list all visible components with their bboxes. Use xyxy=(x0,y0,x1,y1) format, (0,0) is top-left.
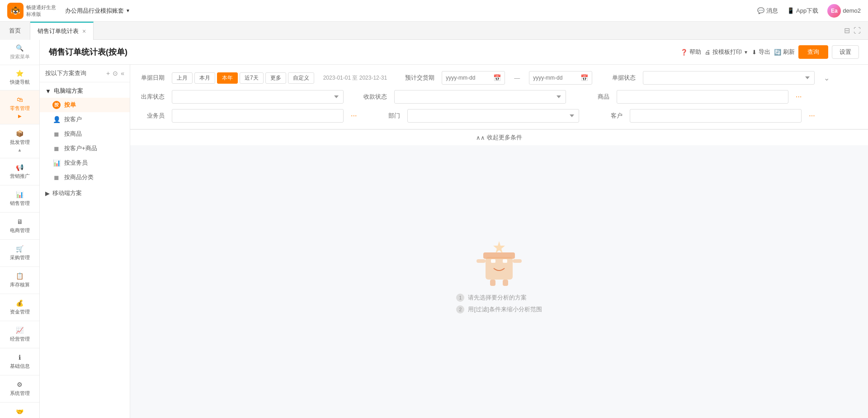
scheme-edit-btn[interactable]: ⊙ xyxy=(113,70,118,77)
sidebar-item-shortcuts[interactable]: ⭐ 快捷导航 xyxy=(0,65,39,90)
sidebar-item-marketing[interactable]: 📢 营销推广 xyxy=(0,158,39,185)
tab-sales-order[interactable]: 销售订单统计表 × xyxy=(30,22,94,40)
page-title: 销售订单统计表(按单) xyxy=(49,47,127,63)
collapse-row: ∧∧ 收起更多条件 xyxy=(130,129,868,145)
date-btn-this-month[interactable]: 本月 xyxy=(194,72,215,84)
scheme-item-by-customer[interactable]: 👤 按客户 xyxy=(40,112,130,127)
date-btn-this-year[interactable]: 本年 xyxy=(217,72,238,84)
scheme-collapse-btn[interactable]: « xyxy=(121,70,124,77)
date-separator: — xyxy=(514,75,520,81)
sidebar-operation-label: 经营管理 xyxy=(10,336,30,342)
sidebar-item-finance[interactable]: 💰 资金管理 xyxy=(0,294,39,321)
pay-state-select[interactable] xyxy=(394,90,566,104)
filter-row-1: 单据日期 上月 本月 本年 近7天 更多 自定义 2023-01-01 至 20… xyxy=(139,71,859,85)
salesperson-more-btn[interactable]: ··· xyxy=(351,112,357,120)
user-profile-btn[interactable]: Ea demo2 xyxy=(827,4,861,18)
query-button[interactable]: 查询 xyxy=(798,45,828,59)
svg-rect-5 xyxy=(513,259,522,263)
sidebar-item-ecommerce[interactable]: 🖥 电商管理 xyxy=(0,213,39,240)
customer-input[interactable] xyxy=(630,109,802,123)
product-more-btn[interactable]: ··· xyxy=(796,93,802,101)
sidebar-ecommerce-label: 电商管理 xyxy=(10,227,30,234)
sidebar-item-basic[interactable]: ℹ 基础信息 xyxy=(0,348,39,375)
sidebar-item-sales[interactable]: 📊 销售管理 xyxy=(0,185,39,213)
sidebar-item-system[interactable]: ⚙ 系统管理 xyxy=(0,375,39,403)
active-tab-label: 销售订单统计表 xyxy=(38,27,79,35)
tab-close-icon[interactable]: × xyxy=(82,28,86,34)
date-btn-7days[interactable]: 近7天 xyxy=(240,72,264,84)
settings-button[interactable]: 设置 xyxy=(832,45,859,59)
product-input[interactable] xyxy=(617,90,788,104)
expected-date-start-wrap: 📅 xyxy=(442,71,505,85)
tab-maximize-icon[interactable]: ⛶ xyxy=(854,27,861,35)
sidebar-item-inventory[interactable]: 📋 库存核算 xyxy=(0,267,39,294)
dept-select[interactable] xyxy=(407,109,579,123)
ship-state-select[interactable] xyxy=(172,90,344,104)
template-print-label: 按模板打印 xyxy=(712,48,742,56)
bill-date-label: 单据日期 xyxy=(139,74,165,82)
customer-more-btn[interactable]: ··· xyxy=(809,112,815,120)
template-print-btn[interactable]: 🖨 按模板打印 ▼ xyxy=(705,48,748,56)
tab-minimize-icon[interactable]: ⊟ xyxy=(844,26,850,35)
page-dropdown[interactable]: 办公用品行业模拟账套 ▼ xyxy=(65,7,130,15)
topbar: 🐯 畅捷通好生意 标准版 办公用品行业模拟账套 ▼ 💬 消息 📱 App下载 E… xyxy=(0,0,868,22)
sidebar-item-retail[interactable]: 🛍 零售管理 ▶ xyxy=(0,90,39,124)
app-download-btn[interactable]: 📱 App下载 xyxy=(787,7,818,15)
help-btn[interactable]: ❓ 帮助 xyxy=(680,48,701,56)
collapse-btn[interactable]: ∧∧ 收起更多条件 xyxy=(476,133,522,142)
sidebar-item-enterprise[interactable]: 🤝 企业协同 xyxy=(0,403,39,418)
scheme-customer-icon: 👤 xyxy=(52,115,61,124)
date-btn-more[interactable]: 更多 xyxy=(265,72,286,84)
print-icon: 🖨 xyxy=(705,49,711,56)
svg-rect-1 xyxy=(483,252,515,259)
tabbar-actions: ⊟ ⛶ xyxy=(844,26,868,35)
svg-rect-6 xyxy=(490,280,495,286)
refresh-btn[interactable]: 🔄 刷新 xyxy=(774,48,795,56)
dept-label: 部门 xyxy=(375,112,400,120)
svg-rect-7 xyxy=(503,280,508,286)
scheme-item-by-product[interactable]: ◼ 按商品 xyxy=(40,127,130,141)
page-header: 销售订单统计表(按单) ❓ 帮助 🖨 按模板打印 ▼ ⬇ 导出 🔄 刷新 xyxy=(40,40,868,65)
chevron-right-mobile-icon: ▶ xyxy=(45,190,50,197)
search-icon: 🔍 xyxy=(16,44,24,52)
chevron-right-icon: ▶ xyxy=(18,114,22,119)
scheme-add-btn[interactable]: + xyxy=(106,70,110,77)
chevron-right-icon2: ▲ xyxy=(18,147,22,152)
message-btn[interactable]: 💬 消息 xyxy=(757,7,778,15)
sidebar-shortcuts-label: 快捷导航 xyxy=(10,79,30,86)
tip-num-1: 1 xyxy=(456,294,464,302)
expected-date-start-input[interactable] xyxy=(446,75,491,81)
sidebar-basic-label: 基础信息 xyxy=(10,363,30,370)
export-btn[interactable]: ⬇ 导出 xyxy=(752,48,770,56)
date-btn-last-month[interactable]: 上月 xyxy=(172,72,193,84)
scheme-item-by-order[interactable]: 按 按单 xyxy=(40,98,130,112)
scheme-item-by-salesperson[interactable]: 📊 按业务员 xyxy=(40,156,130,170)
scheme-group-mobile-header[interactable]: ▶ 移动端方案 xyxy=(40,186,130,200)
retail-icon: 🛍 xyxy=(17,96,23,103)
tab-home[interactable]: 首页 xyxy=(0,22,30,40)
scheme-item-by-customer-product[interactable]: ◼ 按客户+商品 xyxy=(40,141,130,156)
sidebar-item-operation[interactable]: 📈 经营管理 xyxy=(0,321,39,348)
expected-date-end-input[interactable] xyxy=(533,75,579,81)
date-btn-custom[interactable]: 自定义 xyxy=(288,72,314,84)
bill-state-select[interactable] xyxy=(643,71,815,85)
sidebar-item-purchase[interactable]: 🛒 采购管理 xyxy=(0,240,39,267)
bill-state-expand-icon: ⌄ xyxy=(824,74,830,82)
salesperson-input[interactable] xyxy=(172,109,344,123)
sidebar-item-wholesale[interactable]: 📦 批发管理 ▲ xyxy=(0,124,39,158)
scheme-group-pc-header[interactable]: ▼ 电脑端方案 xyxy=(40,84,130,98)
filter-area: 单据日期 上月 本月 本年 近7天 更多 自定义 2023-01-01 至 20… xyxy=(130,65,868,129)
message-icon: 💬 xyxy=(757,7,764,14)
mobile-icon: 📱 xyxy=(787,7,794,14)
empty-state: 1 请先选择要分析的方案 2 用[过滤]条件来缩小分析范围 xyxy=(130,145,868,418)
scheme-item-by-category[interactable]: ◼ 按商品分类 xyxy=(40,170,130,185)
scheme-category-icon: ◼ xyxy=(52,173,61,181)
scheme-panel: 按以下方案查询 + ⊙ « ▼ 电脑端方案 按 按单 xyxy=(40,65,130,418)
chevron-down-pc-icon: ▼ xyxy=(45,88,51,95)
svg-rect-2 xyxy=(491,259,495,263)
calendar-icon-end: 📅 xyxy=(580,74,588,81)
sidebar-item-search[interactable]: 🔍 搜索菜单 xyxy=(0,40,39,65)
export-label: 导出 xyxy=(759,48,770,56)
purchase-icon: 🛒 xyxy=(16,245,24,252)
scheme-salesperson-label: 按业务员 xyxy=(64,159,88,167)
